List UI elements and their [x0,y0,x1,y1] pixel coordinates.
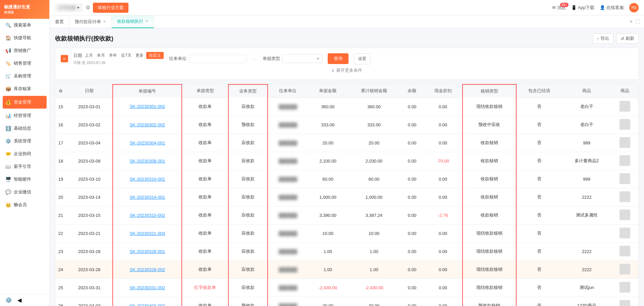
cell-no: 26 [55,297,66,306]
cell-verify-type: 收款核销 [463,206,516,224]
sidebar-item-wechat[interactable]: 💬 企业微信 [0,186,49,198]
cell-goods1: 测试多属性 [562,206,611,224]
sidebar-bottom: ⚙️ ◀ [0,294,49,306]
sidebar-item-system[interactable]: ⚙️ 系统管理 [0,135,49,147]
cell-date: 2023-04-03 [66,297,113,306]
online-service-area[interactable]: 👤 在线客服 [600,5,624,11]
sidebar-item-basic[interactable]: ℹ️ 基础信息 [0,122,49,135]
cell-balance: 0.00 [400,116,424,134]
cell-bill-no: SK-20230328-002 [113,260,182,279]
maximize-icon[interactable]: ⛶ [636,19,640,24]
tab-prepay-close[interactable]: ✕ [103,19,106,24]
sidebar-item-quicknav[interactable]: 🏠 快捷导航 [0,32,49,44]
cell-date: 2023-03-15 [66,206,113,224]
date-custom-button[interactable]: 自定义 [146,52,164,59]
bill-no-link[interactable]: SK-20230321-003 [130,231,165,236]
bill-no-link[interactable]: SK-20230310-001 [130,177,165,182]
tab-home[interactable]: 首页 [50,15,69,28]
date-btn-this-year[interactable]: 本年 [108,52,118,59]
bill-no-link[interactable]: SK-20230301-002 [130,104,165,109]
cell-bill-type: 收款单 [182,188,228,206]
cell-partner: ██████ [268,224,308,242]
bill-no-link[interactable]: SK-20230304-001 [130,140,165,145]
cell-date: 2023-03-31 [66,279,113,297]
sidebar-item-purchase[interactable]: 🛒 采购管理 [0,70,49,82]
filter-toggle-button[interactable]: » [61,55,68,62]
cell-included: 否 [516,134,562,152]
tab-prepay[interactable]: 预付款应付单 ✕ [69,15,112,28]
tab-receipt[interactable]: 收款核销执行 ✕ [112,15,154,28]
bill-no-link[interactable]: SK-20230308-001 [130,159,165,164]
search-icon: 🔍 [5,22,11,28]
table-row: 23 2023-03-28 SK-20230328-001 收款单 应收款 ██… [55,242,638,260]
cell-verified: -2,430.00 [348,279,400,297]
cell-verified: 2,030.00 [348,152,400,170]
cell-verified: 1.00 [348,260,400,279]
sidebar-item-inventory[interactable]: 📦 库存核算 [0,82,49,95]
cell-no: 17 [55,134,66,152]
sidebar-item-operations[interactable]: 📊 经营管理 [0,109,49,122]
cell-goods2 [611,260,638,279]
bill-type-label: 单据类型 [263,56,280,62]
bill-no-link[interactable]: SK-20230328-002 [130,267,165,272]
date-btn-7days[interactable]: 近7天 [120,52,133,59]
sidebar-item-member[interactable]: 👑 畅会员 [0,198,49,211]
date-btn-this-month[interactable]: 本月 [96,52,106,59]
bill-no-link[interactable]: SK-20230328-001 [130,249,165,254]
query-button[interactable]: 查询 [328,53,348,64]
settings-icon[interactable]: ⚙️ [5,297,12,303]
table-row: 19 2023-03-10 SK-20230310-001 收款单 应收款 ██… [55,170,638,188]
cell-bill-no: SK-20230301-002 [113,98,182,116]
cell-date: 2023-03-14 [66,188,113,206]
sidebar-item-search[interactable]: 🔍 搜索菜单 [0,19,49,32]
goods-thumbnail [620,282,630,293]
user-avatar[interactable]: Rit [629,3,639,12]
cell-included: 否 [516,260,562,279]
app-download-area[interactable]: 📱 App下载 [571,5,594,11]
bill-no-link[interactable]: SK-20230315-002 [130,213,165,218]
th-settings[interactable]: ⚙ [55,84,66,98]
th-included: 包含已结清 [516,84,562,98]
export-button[interactable]: ↑ 导出 [593,34,614,44]
message-area[interactable]: ✉ 消息 99+ [552,5,566,11]
cell-included: 否 [516,224,562,242]
cell-bill-type: 收款单 [182,134,228,152]
sidebar-item-sales[interactable]: 🏷️ 销售管理 [0,57,49,70]
th-bill-no: 单据编号 [113,84,182,98]
date-btn-last-month[interactable]: 上月 [84,52,94,59]
cell-date: 2023-03-04 [66,134,113,152]
sidebar-item-marketing[interactable]: 📢 营销推广 [0,44,49,57]
table-row: 21 2023-03-15 SK-20230315-002 收款单 应收款 ██… [55,206,638,224]
collapse-icon[interactable]: ◀ [17,297,21,303]
bill-no-link[interactable]: SK-20230302-002 [130,122,165,127]
cell-included: 否 [516,297,562,306]
sidebar-item-hardware[interactable]: 🖥️ 智能硬件 [0,173,49,186]
export-icon: ↑ [597,36,599,41]
bill-no-link[interactable]: SK-20230403-002 [130,303,165,306]
cell-goods2 [611,206,638,224]
expand-more-button[interactable]: ∨ 展开更多条件 [61,65,633,75]
sidebar-item-finance[interactable]: 💰 资金管理 [3,96,47,109]
cell-amount: 20.00 [308,134,347,152]
cell-partner: ██████ [268,170,308,188]
sidebar-item-guide[interactable]: 📖 新手引导 [0,160,49,173]
filter-bar: » 日期 上月 本月 本年 近7天 更多 自定义 不限 至 2023-07-26… [55,48,639,80]
industry-button[interactable]: 体验行业方案 [93,3,128,13]
chevron-down-icon: ∨ [331,68,335,73]
sidebar-item-enterprise[interactable]: 🤝 企业协同 [0,147,49,160]
minimize-icon[interactable]: ✕ [629,19,633,24]
bill-no-link[interactable]: SK-20230314-001 [130,195,165,200]
partner-input[interactable] [189,54,246,63]
gear-button[interactable]: ⚙ [86,4,90,11]
topbar-right: ✉ 消息 99+ 📱 App下载 👤 在线客服 Rit [552,3,639,12]
th-amount: 单据金额 [308,84,347,98]
cell-no: 18 [55,152,66,170]
date-btn-more[interactable]: 更多 [134,52,145,59]
tab-receipt-close[interactable]: ✕ [145,19,148,23]
company-selector[interactable]: 公司名称 ▾ [55,3,83,12]
refresh-button[interactable]: ↺ 刷新 [616,34,639,44]
filter-settings-button[interactable]: 设置 [354,53,371,64]
bill-type-select[interactable] [282,54,322,63]
bill-no-link[interactable]: SK-20230331-002 [130,285,165,290]
th-cash-disc: 现金折扣 [424,84,463,98]
